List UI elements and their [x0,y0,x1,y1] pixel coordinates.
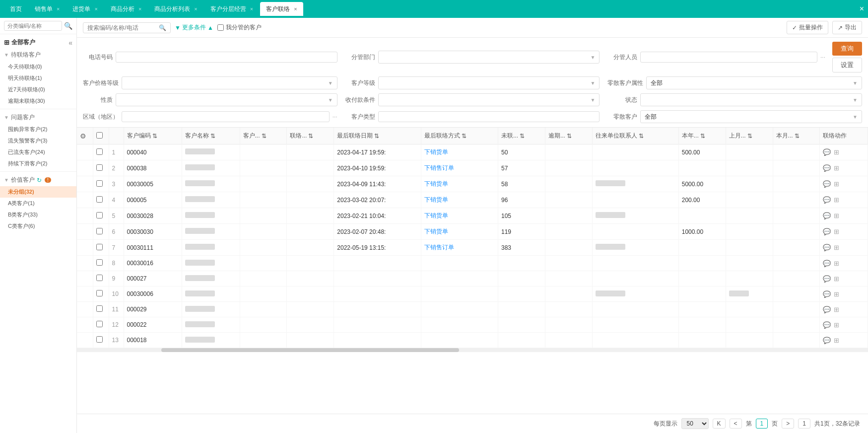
chat-icon[interactable]: 💬 [823,148,831,156]
row-select-checkbox[interactable] [96,196,103,203]
close-purchase-tab[interactable]: × [94,6,97,12]
sidebar-search-input[interactable] [4,21,62,31]
grid-icon[interactable]: ⊞ [834,164,839,172]
horizontal-scrollbar[interactable] [77,348,868,352]
scatter-customer-select[interactable]: 全部 ▼ [640,110,862,123]
collapse-sidebar-icon[interactable]: « [68,39,72,47]
tab-customer-segment[interactable]: 客户分层经营 × [204,2,259,16]
sidebar-item-overdue-pending[interactable]: 逾期未联络(30) [0,95,76,107]
grid-icon[interactable]: ⊞ [834,148,839,156]
row-select-checkbox[interactable] [96,290,103,296]
column-settings-icon[interactable]: ⚙ [80,132,86,140]
sidebar-item-today-pending[interactable]: 今天待联络(0) [0,61,76,72]
next-page-btn[interactable]: > [782,419,794,429]
select-all-checkbox[interactable] [96,132,103,139]
scatter-attr-select[interactable]: 全部 ▼ [646,76,862,89]
last-method-link[interactable]: 下销售订单 [424,164,454,171]
grid-icon[interactable]: ⊞ [834,228,839,235]
sidebar-item-tomorrow-pending[interactable]: 明天待联络(1) [0,72,76,84]
sidebar-item-lost[interactable]: 已流失客户(24) [0,146,76,158]
grid-icon[interactable]: ⊞ [834,212,839,219]
sidebar-item-class-b[interactable]: B类客户(33) [0,209,76,220]
row-select-checkbox[interactable] [96,336,103,343]
sidebar-item-churn-warning[interactable]: 流失预警客户(3) [0,135,76,146]
reset-button[interactable]: 设置 [832,58,862,72]
chat-icon[interactable]: 💬 [823,275,831,283]
chat-icon[interactable]: 💬 [823,196,831,204]
sidebar-item-7days-pending[interactable]: 近7天待联络(0) [0,84,76,95]
grid-icon[interactable]: ⊞ [834,180,839,188]
last-page-btn[interactable]: 1 [798,419,810,429]
page-size-select[interactable]: 50 100 200 [681,418,709,429]
more-conditions-btn[interactable]: ▼ 更多条件 ▲ [175,23,213,32]
grid-icon[interactable]: ⊞ [834,244,839,251]
customer-type-input[interactable] [378,111,600,122]
customer-level-select[interactable]: ▼ [378,76,600,89]
manager-input[interactable] [640,52,817,63]
region-input[interactable] [122,111,330,122]
close-customer-segment-tab[interactable]: × [250,6,253,12]
row-select-checkbox[interactable] [96,148,103,155]
prev-page-btn[interactable]: < [730,419,742,429]
sidebar-item-ungrouped[interactable]: 未分组(32) [0,186,76,198]
chat-icon[interactable]: 💬 [823,244,831,251]
row-select-checkbox[interactable] [96,228,103,234]
close-sales-tab[interactable]: × [57,6,60,12]
export-btn[interactable]: ↗ 导出 [832,21,862,34]
chat-icon[interactable]: 💬 [823,164,831,172]
refresh-icon[interactable]: ↻ [37,177,42,184]
status-select[interactable]: ▼ [640,93,862,106]
row-select-checkbox[interactable] [96,305,103,312]
grid-icon[interactable]: ⊞ [834,275,839,283]
last-method-link[interactable]: 下销货单 [424,148,448,155]
sidebar-search-icon[interactable]: 🔍 [64,22,72,30]
last-method-link[interactable]: 下销货单 [424,212,448,219]
grid-icon[interactable]: ⊞ [834,260,839,267]
row-select-checkbox[interactable] [96,259,103,266]
query-button[interactable]: 查询 [832,42,862,56]
row-select-checkbox[interactable] [96,244,103,250]
tab-customer-contact[interactable]: 客户联络 × [260,2,303,16]
chat-icon[interactable]: 💬 [823,306,831,313]
manager-more-icon[interactable]: ··· [820,54,825,61]
row-select-checkbox[interactable] [96,164,103,171]
scrollbar-thumb[interactable] [161,348,459,352]
close-product-analysis-tab[interactable]: × [138,6,141,12]
close-product-list-tab[interactable]: × [194,6,197,12]
tab-product-list[interactable]: 商品分析列表 × [148,2,203,16]
grid-icon[interactable]: ⊞ [834,290,839,298]
my-customers-checkbox[interactable] [217,24,224,31]
payment-select[interactable]: ▼ [378,93,600,106]
phone-input[interactable] [116,52,337,63]
last-method-link[interactable]: 下销货单 [424,180,448,187]
row-select-checkbox[interactable] [96,321,103,327]
chat-icon[interactable]: 💬 [823,212,831,219]
sidebar-item-hoarding-abnormal[interactable]: 囤购异常客户(2) [0,124,76,135]
close-all-tabs[interactable]: × [860,4,864,13]
tab-purchase[interactable]: 进货单 × [67,2,103,16]
grid-icon[interactable]: ⊞ [834,321,839,329]
tab-sales[interactable]: 销售单 × [29,2,66,16]
chat-icon[interactable]: 💬 [823,290,831,298]
chat-icon[interactable]: 💬 [823,321,831,329]
batch-operation-btn[interactable]: ✓ 批量操作 [787,21,828,34]
price-level-select[interactable]: ▼ [122,76,337,89]
last-method-link[interactable]: 下销货单 [424,228,448,235]
sidebar-item-declining[interactable]: 持续下滑客户(2) [0,158,76,169]
region-more-icon[interactable]: ··· [333,113,337,120]
last-method-link[interactable]: 下销货单 [424,196,448,203]
last-method-link[interactable]: 下销售订单 [424,244,454,251]
chat-icon[interactable]: 💬 [823,337,831,344]
nature-select[interactable]: ▼ [116,93,337,106]
search-input[interactable] [87,24,157,31]
row-select-checkbox[interactable] [96,212,103,218]
close-customer-contact-tab[interactable]: × [294,6,297,12]
chat-icon[interactable]: 💬 [823,260,831,267]
chat-icon[interactable]: 💬 [823,180,831,188]
first-page-btn[interactable]: K [713,419,726,429]
tab-product-analysis[interactable]: 商品分析 × [105,2,147,16]
sidebar-item-class-a[interactable]: A类客户(1) [0,198,76,209]
row-select-checkbox[interactable] [96,275,103,281]
row-select-checkbox[interactable] [96,180,103,187]
tab-home[interactable]: 首页 [4,2,28,16]
